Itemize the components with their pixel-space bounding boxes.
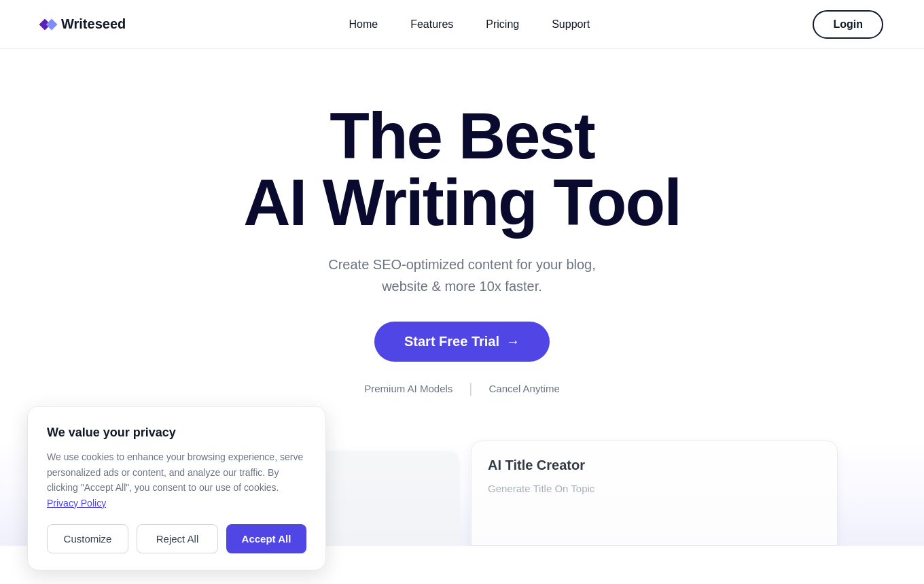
nav-pricing[interactable]: Pricing xyxy=(486,18,519,30)
hero-badges: Premium AI Models | Cancel Anytime xyxy=(14,381,910,396)
preview-card-right: AI Title Creator Generate Title On Topic xyxy=(471,441,838,546)
cookie-title: We value your privacy xyxy=(47,426,306,440)
cookie-body: We use cookies to enhance your browsing … xyxy=(47,449,306,511)
logo-square-2 xyxy=(46,18,58,30)
cookie-banner: We value your privacy We use cookies to … xyxy=(27,406,326,545)
cookie-body-text: We use cookies to enhance your browsing … xyxy=(47,451,303,493)
nav-support[interactable]: Support xyxy=(552,18,590,30)
nav-home[interactable]: Home xyxy=(349,18,378,30)
cookie-accept-button[interactable]: Accept All xyxy=(226,524,306,546)
cookie-customize-button[interactable]: Customize xyxy=(47,524,128,546)
login-button[interactable]: Login xyxy=(813,10,883,39)
card-right-title: AI Title Creator xyxy=(488,458,821,473)
card-right-subtitle: Generate Title On Topic xyxy=(488,483,821,494)
badge-cancel-label: Cancel Anytime xyxy=(489,383,560,394)
badge-cancel: Cancel Anytime xyxy=(489,383,560,394)
logo-icon xyxy=(41,20,56,29)
hero-section: The Best AI Writing Tool Create SEO-opti… xyxy=(0,49,924,424)
cta-label: Start Free Trial xyxy=(404,334,499,349)
hero-subtitle-line2: website & more 10x faster. xyxy=(382,279,542,294)
hero-subtitle: Create SEO-optimized content for your bl… xyxy=(14,254,910,297)
logo-text: Writeseed xyxy=(61,16,126,32)
badge-divider: | xyxy=(469,381,472,396)
cta-arrow-icon: → xyxy=(506,334,520,349)
hero-subtitle-line1: Create SEO-optimized content for your bl… xyxy=(328,257,596,272)
privacy-policy-link[interactable]: Privacy Policy xyxy=(47,498,106,509)
hero-title-line2: AI Writing Tool xyxy=(14,169,910,237)
nav-features[interactable]: Features xyxy=(410,18,453,30)
hero-title: The Best AI Writing Tool xyxy=(14,103,910,237)
badge-premium: Premium AI Models xyxy=(364,383,452,394)
navbar: Writeseed Home Features Pricing Support … xyxy=(0,0,924,49)
cookie-buttons: Customize Reject All Accept All xyxy=(47,524,306,546)
nav-links: Home Features Pricing Support xyxy=(349,18,590,31)
badge-premium-label: Premium AI Models xyxy=(364,383,452,394)
cookie-reject-button[interactable]: Reject All xyxy=(137,524,218,546)
cta-button[interactable]: Start Free Trial → xyxy=(374,322,550,362)
logo-link[interactable]: Writeseed xyxy=(41,16,126,32)
hero-title-line1: The Best xyxy=(330,99,594,172)
